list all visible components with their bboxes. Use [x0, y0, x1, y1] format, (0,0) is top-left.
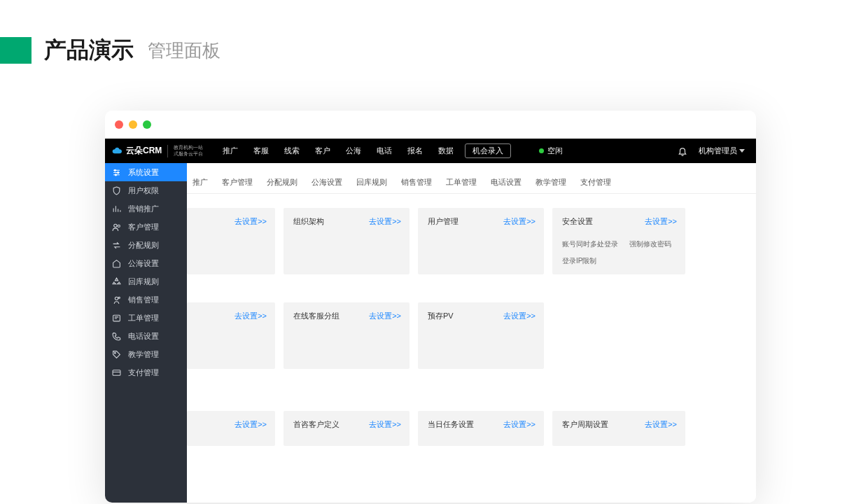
card-tag: 账号同时多处登录: [562, 239, 618, 249]
go-settings-link[interactable]: 去设置>>: [645, 419, 677, 430]
svg-point-4: [118, 225, 120, 227]
logo-text: 云朵CRM: [126, 145, 162, 157]
svg-point-1: [118, 172, 119, 173]
sidebar-item-permissions[interactable]: 用户权限: [105, 181, 187, 200]
sidebar-item-teaching[interactable]: 教学管理: [105, 345, 187, 363]
go-settings-link[interactable]: 去设置>>: [234, 216, 267, 227]
nav-item[interactable]: 线索: [279, 143, 305, 159]
sidebar-item-label: 销售管理: [128, 295, 159, 305]
close-dot[interactable]: [115, 120, 123, 129]
tab[interactable]: 销售管理: [394, 173, 439, 192]
settings-card: 去设置>>: [187, 411, 275, 446]
card-icon: [112, 368, 121, 377]
sidebar-item-assign[interactable]: 分配规则: [105, 236, 187, 254]
sidebar-item-system[interactable]: 系统设置: [105, 163, 187, 181]
settings-card: 去设置>>: [187, 302, 275, 369]
card-tags: 账号同时多处登录 强制修改密码 登录IP限制: [562, 239, 676, 266]
sidebar-item-label: 回库规则: [128, 276, 159, 287]
cards-area: 去设置>> 组织架构 去设置>> 用户管理 去设置>> 安全设置 去设置>>: [187, 194, 756, 446]
sidebar: 系统设置 用户权限 营销推广 客户管理: [105, 163, 187, 503]
sales-icon: [112, 295, 121, 304]
record-button[interactable]: 机会录入: [465, 144, 511, 158]
nav-item[interactable]: 数据: [433, 143, 459, 159]
settings-card-org: 组织架构 去设置>>: [284, 208, 410, 274]
user-role-dropdown[interactable]: 机构管理员: [699, 146, 745, 156]
tab[interactable]: 公海设置: [304, 173, 349, 192]
sidebar-item-customer[interactable]: 客户管理: [105, 218, 187, 236]
settings-card-user: 用户管理 去设置>>: [418, 208, 544, 274]
tab[interactable]: 推广: [187, 173, 215, 192]
minimize-dot[interactable]: [129, 120, 137, 129]
sidebar-item-marketing[interactable]: 营销推广: [105, 200, 187, 218]
cloud-icon: [112, 147, 123, 155]
window-titlebar: [105, 111, 756, 139]
go-settings-link[interactable]: 去设置>>: [369, 216, 401, 227]
sidebar-item-phone[interactable]: 电话设置: [105, 327, 187, 345]
card-row: 去设置>> 组织架构 去设置>> 用户管理 去设置>> 安全设置 去设置>>: [187, 208, 756, 274]
card-row: 去设置>> 首咨客户定义 去设置>> 当日任务设置 去设置>> 客户周期设置 去…: [187, 411, 756, 446]
nav-items: 推广 客服 线索 客户 公海 电话 报名 数据: [217, 143, 459, 159]
sidebar-item-label: 教学管理: [128, 349, 159, 360]
phone-icon: [112, 332, 121, 341]
settings-card-security: 安全设置 去设置>> 账号同时多处登录 强制修改密码 登录IP限制: [552, 208, 685, 274]
go-settings-link[interactable]: 去设置>>: [234, 311, 267, 321]
settings-card-daily-task: 当日任务设置 去设置>>: [418, 411, 544, 446]
go-settings-link[interactable]: 去设置>>: [369, 419, 401, 430]
tab[interactable]: 支付管理: [573, 173, 618, 192]
svg-point-2: [115, 174, 116, 175]
card-tag: 登录IP限制: [562, 256, 596, 266]
sidebar-item-label: 系统设置: [128, 167, 159, 178]
svg-point-3: [114, 224, 117, 227]
go-settings-link[interactable]: 去设置>>: [645, 216, 677, 227]
settings-card-agent-group: 在线客服分组 去设置>>: [284, 302, 410, 369]
nav-item[interactable]: 报名: [402, 143, 428, 159]
logo[interactable]: 云朵CRM 教育机构一站 式服务云平台: [105, 139, 210, 163]
sidebar-item-payment[interactable]: 支付管理: [105, 363, 187, 382]
bell-icon[interactable]: [678, 146, 687, 156]
nav-item[interactable]: 客服: [248, 143, 274, 159]
nav-item[interactable]: 客户: [309, 143, 336, 159]
nav-item[interactable]: 电话: [371, 143, 398, 159]
assign-icon: [112, 241, 121, 250]
nav-item[interactable]: 推广: [217, 143, 244, 159]
ticket-icon: [112, 314, 121, 323]
go-settings-link[interactable]: 去设置>>: [503, 419, 536, 430]
tab[interactable]: 电话设置: [484, 173, 528, 192]
go-settings-link[interactable]: 去设置>>: [234, 419, 267, 430]
tab[interactable]: 回库规则: [349, 173, 394, 192]
tab[interactable]: 工单管理: [439, 173, 484, 192]
sidebar-item-label: 客户管理: [128, 222, 159, 232]
svg-rect-9: [113, 370, 120, 375]
status-pill[interactable]: 空闲: [539, 146, 563, 156]
top-nav: 云朵CRM 教育机构一站 式服务云平台 推广 客服 线索 客户 公海 电话 报名…: [105, 139, 756, 163]
status-dot-icon: [539, 148, 544, 153]
tab[interactable]: 分配规则: [260, 173, 304, 192]
card-tag: 强制修改密码: [629, 239, 671, 249]
tab[interactable]: 教学管理: [528, 173, 573, 192]
card-row: 去设置>> 在线客服分组 去设置>> 预存PV 去设置>>: [187, 302, 756, 369]
settings-card-lifecycle: 客户周期设置 去设置>>: [552, 411, 685, 446]
accent-bar: [0, 37, 31, 64]
go-settings-link[interactable]: 去设置>>: [369, 311, 401, 321]
sidebar-item-pool[interactable]: 公海设置: [105, 254, 187, 272]
logo-divider: [167, 145, 168, 158]
sidebar-item-label: 工单管理: [128, 313, 159, 323]
sidebar-item-label: 支付管理: [128, 368, 159, 378]
tag-icon: [112, 350, 121, 359]
shield-icon: [112, 186, 121, 195]
tabs-row: 推广 客户管理 分配规则 公海设置 回库规则 销售管理 工单管理 电话设置 教学…: [187, 163, 756, 194]
go-settings-link[interactable]: 去设置>>: [503, 216, 536, 227]
chart-icon: [112, 204, 121, 214]
page-title-sub: 管理面板: [148, 38, 220, 63]
maximize-dot[interactable]: [143, 120, 151, 129]
tab[interactable]: 客户管理: [215, 173, 260, 192]
settings-card-pv: 预存PV 去设置>>: [418, 302, 544, 369]
sidebar-item-sales[interactable]: 销售管理: [105, 290, 187, 309]
sidebar-item-label: 公海设置: [128, 258, 159, 269]
nav-item[interactable]: 公海: [340, 143, 367, 159]
sidebar-item-recycle[interactable]: 回库规则: [105, 272, 187, 290]
svg-point-8: [115, 352, 116, 354]
page-title-main: 产品演示: [44, 35, 134, 66]
sidebar-item-ticket[interactable]: 工单管理: [105, 309, 187, 327]
go-settings-link[interactable]: 去设置>>: [503, 311, 536, 321]
